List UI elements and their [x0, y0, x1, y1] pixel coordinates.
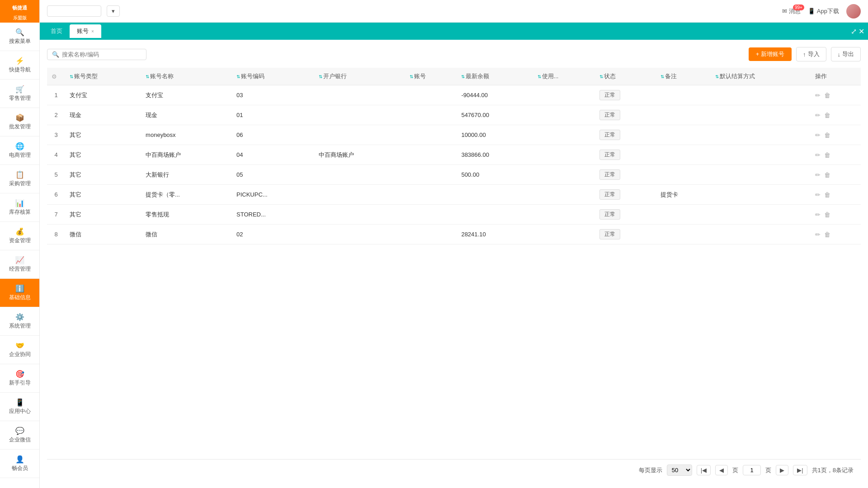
tab-expand-button[interactable]: ⤢ [851, 27, 857, 36]
sidebar-item-wholesale[interactable]: 📦 批发管理 [0, 108, 39, 136]
col-settings[interactable]: ⚙ [47, 68, 65, 85]
table-row: 7 其它 零售抵现 STORED... 正常 ✏ 🗑 [47, 205, 861, 225]
row-balance [457, 185, 533, 205]
app-download-button[interactable]: 📱 App下载 [808, 7, 839, 15]
col-type[interactable]: ⇅账号类型 [65, 68, 141, 85]
delete-icon[interactable]: 🗑 [824, 131, 830, 139]
window-close-button[interactable]: ✕ [859, 27, 864, 36]
row-note [656, 165, 711, 185]
row-bank [314, 165, 405, 185]
sidebar-item-quicknav[interactable]: ⚡ 快捷导航 [0, 51, 39, 80]
status-badge: 正常 [599, 229, 620, 239]
header-left: ▾ [47, 5, 120, 17]
edit-icon[interactable]: ✏ [815, 112, 821, 119]
row-bank [314, 225, 405, 244]
row-bank: 中百商场账户 [314, 145, 405, 165]
sidebar-item-finance[interactable]: 💰 资金管理 [0, 222, 39, 250]
purchase-icon: 📋 [4, 170, 36, 179]
sidebar-item-purchase[interactable]: 📋 采购管理 [0, 165, 39, 193]
tab-home[interactable]: 首页 [43, 24, 70, 38]
table-container: ⚙ ⇅账号类型 ⇅账号名称 ⇅账号编码 ⇅开户银行 ⇅账号 ⇅最新余额 ⇅使用.… [47, 68, 861, 459]
edit-icon[interactable]: ✏ [815, 191, 821, 198]
top-search-input[interactable] [47, 5, 101, 17]
last-page-button[interactable]: ▶| [793, 465, 807, 475]
delete-icon[interactable]: 🗑 [824, 92, 830, 99]
sidebar-item-basicinfo[interactable]: ℹ️ 基础信息 [0, 279, 39, 307]
edit-icon[interactable]: ✏ [815, 171, 821, 178]
delete-icon[interactable]: 🗑 [824, 191, 830, 198]
first-page-button[interactable]: |◀ [697, 465, 711, 475]
retail-icon: 🛒 [4, 85, 36, 94]
message-button[interactable]: ✉ 消息 99+ [782, 7, 801, 15]
sidebar-item-newguide[interactable]: 🎯 新手引导 [0, 364, 39, 393]
add-account-button[interactable]: + 新增账号 [749, 47, 792, 61]
col-note[interactable]: ⇅备注 [656, 68, 711, 85]
row-code: 05 [232, 165, 314, 185]
content-area: 🔍 + 新增账号 ↑ 导入 ↓ 导出 ⚙ [40, 40, 868, 488]
row-default-settle [711, 165, 811, 185]
delete-icon[interactable]: 🗑 [824, 211, 830, 218]
search-box[interactable]: 🔍 [47, 49, 146, 60]
row-account [405, 185, 457, 205]
delete-icon[interactable]: 🗑 [824, 151, 830, 159]
import-button[interactable]: ↑ 导入 [796, 47, 826, 61]
row-bank [314, 85, 405, 105]
delete-icon[interactable]: 🗑 [824, 231, 830, 238]
next-page-button[interactable]: ▶ [776, 465, 788, 475]
sidebar-item-appcenter[interactable]: 📱 应用中心 [0, 393, 39, 421]
col-balance[interactable]: ⇅最新余额 [457, 68, 533, 85]
sidebar-item-search[interactable]: 🔍 搜索菜单 [0, 23, 39, 51]
expand-icon: ⤢ [851, 28, 857, 35]
edit-icon[interactable]: ✏ [815, 131, 821, 139]
col-usage[interactable]: ⇅使用... [533, 68, 595, 85]
row-type: 其它 [65, 205, 141, 225]
search-input[interactable] [62, 51, 142, 58]
row-num: 7 [47, 205, 65, 225]
sidebar-item-corpwechat[interactable]: 💬 企业微信 [0, 421, 39, 450]
col-name[interactable]: ⇅账号名称 [141, 68, 232, 85]
col-status[interactable]: ⇅状态 [595, 68, 656, 85]
row-num: 5 [47, 165, 65, 185]
dropdown-button[interactable]: ▾ [107, 5, 120, 17]
sidebar-item-inventory[interactable]: 📊 库存核算 [0, 193, 39, 222]
sidebar-item-retail[interactable]: 🛒 零售管理 [0, 80, 39, 108]
sidebar-item-system[interactable]: ⚙️ 系统管理 [0, 307, 39, 336]
row-actions: ✏ 🗑 [811, 205, 861, 225]
phone-icon: 📱 [808, 8, 815, 14]
edit-icon[interactable]: ✏ [815, 231, 821, 238]
table-row: 1 支付宝 支付宝 03 -90444.00 正常 ✏ 🗑 [47, 85, 861, 105]
finance-icon: 💰 [4, 227, 36, 236]
newguide-icon: 🎯 [4, 370, 36, 378]
user-avatar[interactable] [846, 4, 861, 19]
edit-icon[interactable]: ✏ [815, 211, 821, 218]
edit-icon[interactable]: ✏ [815, 151, 821, 159]
edit-icon[interactable]: ✏ [815, 92, 821, 99]
row-note: 提货卡 [656, 185, 711, 205]
col-bank[interactable]: ⇅开户银行 [314, 68, 405, 85]
col-account[interactable]: ⇅账号 [405, 68, 457, 85]
delete-icon[interactable]: 🗑 [824, 171, 830, 178]
sidebar: 畅捷通 乐盟版 🔍 搜索菜单 ⚡ 快捷导航 🛒 零售管理 📦 批发管理 🌐 电商… [0, 0, 40, 488]
sidebar-item-operations[interactable]: 📈 经营管理 [0, 250, 39, 279]
sidebar-item-ecommerce[interactable]: 🌐 电商管理 [0, 136, 39, 165]
wholesale-icon: 📦 [4, 113, 36, 122]
row-type: 其它 [65, 165, 141, 185]
col-default-settle[interactable]: ⇅默认结算方式 [711, 68, 811, 85]
col-code[interactable]: ⇅账号编码 [232, 68, 314, 85]
tab-close-icon[interactable]: × [91, 29, 94, 34]
page-input[interactable] [743, 465, 761, 475]
sidebar-item-member[interactable]: 👤 畅会员 [0, 450, 39, 478]
row-name: 零售抵现 [141, 205, 232, 225]
sidebar-item-collab[interactable]: 🤝 企业协同 [0, 336, 39, 364]
row-name: 提货卡（零... [141, 185, 232, 205]
prev-page-button[interactable]: ◀ [715, 465, 728, 475]
tab-account[interactable]: 账号 × [70, 24, 101, 38]
row-num: 8 [47, 225, 65, 244]
export-button[interactable]: ↓ 导出 [831, 47, 861, 61]
member-icon: 👤 [4, 455, 36, 464]
basicinfo-icon: ℹ️ [4, 284, 36, 293]
toolbar: 🔍 + 新增账号 ↑ 导入 ↓ 导出 [47, 47, 861, 61]
delete-icon[interactable]: 🗑 [824, 112, 830, 119]
per-page-select[interactable]: 50 20 100 [667, 465, 692, 476]
row-usage [533, 85, 595, 105]
